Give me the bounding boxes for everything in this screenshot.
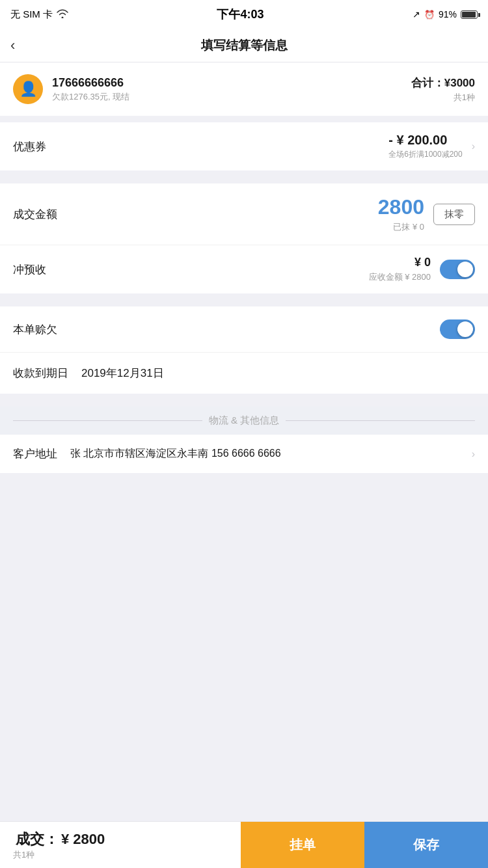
logistics-divider: 物流 & 其他信息 (0, 407, 488, 435)
battery-percent: 91% (439, 9, 457, 20)
status-time: 下午4:03 (217, 7, 264, 22)
avatar-icon: 👤 (20, 81, 37, 98)
carrier-label: 无 SIM 卡 (10, 8, 53, 21)
back-button[interactable]: ‹ (10, 37, 15, 54)
total-value: ¥3000 (444, 77, 475, 89)
coupon-card: 优惠券 - ¥ 200.00 全场6折满1000减200 › (0, 122, 488, 170)
customer-card: 👤 17666666666 欠款1276.35元, 现结 合计：¥3000 共1… (0, 62, 488, 116)
round-button[interactable]: 抹零 (433, 204, 475, 225)
prepay-amount: ¥ 0 (369, 256, 431, 269)
logistics-line-left (13, 420, 202, 421)
customer-sub: 欠款1276.35元, 现结 (52, 91, 129, 103)
coupon-right: - ¥ 200.00 全场6折满1000减200 › (388, 133, 475, 160)
status-left: 无 SIM 卡 (10, 8, 68, 21)
section-divider-2 (0, 300, 488, 306)
address-value: 张 北京市市辖区海淀区永丰南 156 6666 6666 (70, 447, 469, 461)
page-title: 填写结算等信息 (201, 37, 288, 54)
debt-row: 本单赊欠 (0, 306, 488, 352)
amount-section: 成交金额 2800 已抹 ¥ 0 抹零 冲预收 ¥ 0 应收金额 ¥ 2800 (0, 183, 488, 293)
prepay-toggle[interactable] (440, 260, 475, 279)
section-divider-3 (0, 400, 488, 407)
wifi-icon (57, 9, 68, 20)
main-content: 👤 17666666666 欠款1276.35元, 现结 合计：¥3000 共1… (0, 62, 488, 558)
toggle-thumb (457, 262, 473, 277)
coupon-row[interactable]: 优惠券 - ¥ 200.00 全场6折满1000减200 › (0, 122, 488, 170)
coupon-desc: 全场6折满1000减200 (388, 149, 462, 160)
status-bar: 无 SIM 卡 下午4:03 ↗ ⏰ 91% (0, 0, 488, 29)
nav-bar: ‹ 填写结算等信息 (0, 29, 488, 62)
status-right: ↗ ⏰ 91% (413, 9, 478, 20)
total-count: 共1种 (411, 92, 475, 103)
duedate-label: 收款到期日 (13, 366, 68, 381)
deal-amount-row: 成交金额 2800 已抹 ¥ 0 抹零 (0, 183, 488, 245)
bottom-bar: 成交：¥ 2800 共1种 挂单 保存 (0, 821, 488, 868)
prepay-label: 冲预收 (13, 262, 46, 277)
customer-row: 👤 17666666666 欠款1276.35元, 现结 合计：¥3000 共1… (0, 62, 488, 116)
alarm-icon: ⏰ (424, 10, 435, 20)
toggle-thumb-2 (457, 321, 473, 337)
deal-amount-right: 2800 已抹 ¥ 0 抹零 (378, 195, 475, 233)
prepay-row: 冲预收 ¥ 0 应收金额 ¥ 2800 (0, 245, 488, 293)
coupon-label: 优惠券 (13, 139, 46, 154)
location-icon: ↗ (413, 9, 420, 20)
address-label: 客户地址 (13, 446, 57, 461)
address-card: 客户地址 张 北京市市辖区海淀区永丰南 156 6666 6666 › (0, 435, 488, 473)
bottom-summary: 成交：¥ 2800 共1种 (0, 830, 241, 861)
duedate-value: 2019年12月31日 (81, 366, 164, 381)
avatar: 👤 (13, 74, 43, 104)
customer-left: 👤 17666666666 欠款1276.35元, 现结 (13, 74, 129, 104)
customer-info: 17666666666 欠款1276.35元, 现结 (52, 76, 129, 103)
total-amount: 合计：¥3000 (411, 75, 475, 90)
logistics-line-right (286, 420, 475, 421)
prepay-right: ¥ 0 应收金额 ¥ 2800 (369, 256, 475, 283)
bottom-deal-amount: ¥ 2800 (61, 831, 105, 847)
total-label: 合计： (411, 77, 444, 89)
bottom-count: 共1种 (13, 849, 228, 861)
battery-icon (461, 10, 478, 19)
deal-amount-sub: 已抹 ¥ 0 (378, 221, 424, 233)
coupon-amount: - ¥ 200.00 (388, 133, 462, 148)
address-chevron-icon: › (472, 448, 475, 460)
chevron-right-icon: › (472, 141, 475, 152)
debt-label: 本单赊欠 (13, 322, 57, 337)
deal-amount-label: 成交金额 (13, 207, 57, 222)
customer-phone: 17666666666 (52, 76, 129, 90)
bottom-deal-label: 成交：¥ 2800 (13, 830, 228, 849)
deal-amount-value: 2800 (378, 195, 424, 219)
address-row[interactable]: 客户地址 张 北京市市辖区海淀区永丰南 156 6666 6666 › (0, 435, 488, 473)
bottom-spacer (0, 480, 488, 558)
debt-toggle[interactable] (440, 319, 475, 339)
logistics-label: 物流 & 其他信息 (209, 414, 279, 427)
duedate-row: 收款到期日 2019年12月31日 (0, 352, 488, 394)
debt-card: 本单赊欠 收款到期日 2019年12月31日 (0, 306, 488, 394)
save-button[interactable]: 保存 (364, 822, 488, 869)
section-divider-1 (0, 177, 488, 183)
hang-button[interactable]: 挂单 (241, 822, 364, 869)
customer-right: 合计：¥3000 共1种 (411, 75, 475, 103)
prepay-sub: 应收金额 ¥ 2800 (369, 271, 431, 283)
